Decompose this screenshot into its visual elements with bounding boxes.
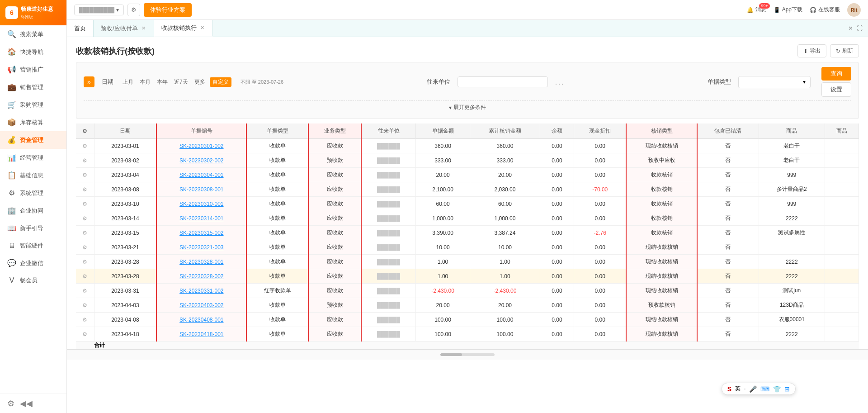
date-opt-7days[interactable]: 近7天 — [172, 77, 190, 87]
industry-solution-button[interactable]: 体验行业方案 — [144, 3, 192, 17]
sidebar-item-enterprise[interactable]: 🏢 企业协同 — [0, 202, 66, 219]
col-header-include-settled[interactable]: 包含已结清 — [697, 123, 759, 139]
date-opt-this-year[interactable]: 本年 — [155, 77, 170, 87]
col-header-writeoff-amount[interactable]: 累计核销金额 — [470, 123, 540, 139]
col-header-writeoff-type[interactable]: 核销类型 — [626, 123, 697, 139]
doc-no-link[interactable]: SK-20230331-002 — [179, 288, 223, 294]
row-doc-no[interactable]: SK-20230403-002 — [156, 298, 246, 313]
sidebar-item-purchase[interactable]: 🛒 采购管理 — [0, 96, 66, 114]
date-opt-this-month[interactable]: 本月 — [138, 77, 152, 87]
sidebar-item-sales[interactable]: 💼 销售管理 — [0, 78, 66, 96]
tab-receivable[interactable]: 预收/应收付单 ✕ — [94, 20, 154, 37]
col-header-unit[interactable]: 往来单位 — [361, 123, 416, 139]
row-date: 2023-03-10 — [94, 197, 156, 211]
grid-icon[interactable]: ⊞ — [784, 385, 790, 393]
row-gear: ⚙ — [76, 240, 94, 255]
filter-settings-button[interactable]: 设置 — [821, 82, 851, 97]
sidebar-item-guide[interactable]: 📖 新手引导 — [0, 219, 66, 237]
doc-no-link[interactable]: SK-20230310-001 — [179, 201, 223, 207]
doc-no-link[interactable]: SK-20230408-001 — [179, 317, 223, 323]
export-button[interactable]: ⬆ 导出 — [797, 44, 826, 57]
doc-no-link[interactable]: SK-20230321-003 — [179, 244, 223, 251]
tab-writeoff[interactable]: 收款核销执行 ✕ — [154, 20, 213, 37]
tab-close-receivable[interactable]: ✕ — [141, 24, 146, 32]
online-service-button[interactable]: 🎧 在线客服 — [810, 6, 840, 14]
row-doc-no[interactable]: SK-20230408-001 — [156, 313, 246, 327]
sidebar-item-marketing[interactable]: 📢 营销推广 — [0, 61, 66, 78]
expand-more-button[interactable]: ▾ 展开更多条件 — [84, 100, 851, 114]
row-doc-no[interactable]: SK-20230314-001 — [156, 211, 246, 226]
col-header-doc-type[interactable]: 单据类型 — [246, 123, 308, 139]
sidebar-item-search[interactable]: 🔍 搜索菜单 — [0, 25, 66, 43]
doc-no-link[interactable]: SK-20230308-001 — [179, 186, 223, 193]
tab-close-writeoff[interactable]: ✕ — [199, 24, 205, 32]
sidebar-item-hardware[interactable]: 🖥 智能硬件 — [0, 237, 66, 254]
col-header-amount[interactable]: 单据金额 — [416, 123, 470, 139]
doc-no-link[interactable]: SK-20230328-002 — [179, 273, 223, 280]
sidebar-item-wechat[interactable]: 💬 企业微信 — [0, 254, 66, 272]
sidebar-item-member[interactable]: V 畅会员 — [0, 272, 66, 289]
row-include-settled: 否 — [697, 284, 759, 298]
sidebar-item-basic-info[interactable]: 📋 基础信息 — [0, 166, 66, 184]
row-doc-no[interactable]: SK-20230321-003 — [156, 240, 246, 255]
mic-icon[interactable]: 🎤 — [749, 385, 757, 393]
refresh-button[interactable]: ↻ 刷新 — [830, 44, 859, 57]
date-opt-last-month[interactable]: 上月 — [121, 77, 135, 87]
collapse-icon[interactable]: ◀◀ — [20, 399, 33, 408]
row-doc-no[interactable]: SK-20230328-001 — [156, 255, 246, 269]
col-header-doc-no[interactable]: 单据编号 — [156, 123, 246, 139]
col-header-gear[interactable]: ⚙ — [76, 123, 94, 139]
notification-button[interactable]: 🔔 消息 99+ — [747, 6, 766, 14]
col-header-biz-type[interactable]: 业务类型 — [308, 123, 361, 139]
row-doc-no[interactable]: SK-20230308-001 — [156, 182, 246, 197]
date-opt-more[interactable]: 更多 — [193, 77, 207, 87]
date-options: 上月 本月 本年 近7天 更多 自定义 — [121, 77, 231, 87]
sidebar-item-system[interactable]: ⚙ 系统管理 — [0, 184, 66, 202]
row-doc-no[interactable]: SK-20230301-002 — [156, 139, 246, 153]
row-doc-no[interactable]: SK-20230331-002 — [156, 284, 246, 298]
sidebar-item-operations[interactable]: 📊 经营管理 — [0, 149, 66, 166]
doc-no-link[interactable]: SK-20230403-002 — [179, 302, 223, 309]
query-button[interactable]: 查询 — [821, 67, 851, 81]
voucher-type-select[interactable]: ▾ — [738, 76, 811, 88]
close-icon[interactable]: ✕ — [848, 25, 853, 32]
row-product: 2222 — [759, 211, 825, 226]
doc-no-link[interactable]: SK-20230315-002 — [179, 230, 223, 236]
sidebar-item-capital[interactable]: 💰 资金管理 — [0, 131, 66, 149]
sidebar-item-inventory[interactable]: 📦 库存核算 — [0, 114, 66, 131]
unit-input[interactable] — [458, 76, 548, 87]
col-header-date[interactable]: 日期 — [94, 123, 156, 139]
shirt-icon[interactable]: 👕 — [773, 385, 781, 393]
user-avatar[interactable]: Rit — [847, 3, 861, 17]
filter-expand-button[interactable]: » — [84, 76, 94, 87]
keyboard-icon[interactable]: ⌨ — [760, 385, 769, 393]
settings-icon[interactable]: ⚙ — [7, 399, 14, 408]
doc-no-link[interactable]: SK-20230302-002 — [179, 157, 223, 164]
doc-no-link[interactable]: SK-20230418-001 — [179, 331, 223, 337]
row-doc-no[interactable]: SK-20230302-002 — [156, 153, 246, 168]
main-area: ██████████ ▾ ⚙ 体验行业方案 🔔 消息 99+ 📱 App下载 🎧… — [67, 0, 868, 413]
row-doc-no[interactable]: SK-20230310-001 — [156, 197, 246, 211]
row-doc-no[interactable]: SK-20230315-002 — [156, 226, 246, 240]
row-doc-no[interactable]: SK-20230418-001 — [156, 327, 246, 342]
tenant-selector[interactable]: ██████████ ▾ — [74, 5, 124, 15]
filter-bar: » 日期 上月 本月 本年 近7天 更多 自定义 不限 至 2023-07-26… — [76, 62, 859, 119]
col-header-cash-discount[interactable]: 现金折扣 — [574, 123, 627, 139]
app-download-button[interactable]: 📱 App下载 — [774, 6, 802, 14]
scroll-indicator[interactable] — [440, 353, 495, 356]
row-doc-no[interactable]: SK-20230304-001 — [156, 168, 246, 182]
col-header-balance[interactable]: 余额 — [540, 123, 574, 139]
doc-no-link[interactable]: SK-20230328-001 — [179, 259, 223, 265]
col-header-product[interactable]: 商品 — [759, 123, 825, 139]
doc-no-link[interactable]: SK-20230304-001 — [179, 172, 223, 178]
col-header-product2[interactable]: 商品 — [825, 123, 859, 139]
tab-home[interactable]: 首页 — [67, 20, 94, 37]
maximize-icon[interactable]: ⛶ — [857, 25, 863, 32]
doc-no-link[interactable]: SK-20230301-002 — [179, 143, 223, 149]
row-doc-no[interactable]: SK-20230328-002 — [156, 269, 246, 284]
settings-button[interactable]: ⚙ — [127, 4, 140, 16]
row-unit: ██████ — [361, 313, 416, 327]
doc-no-link[interactable]: SK-20230314-001 — [179, 215, 223, 222]
date-opt-custom[interactable]: 自定义 — [210, 77, 231, 87]
sidebar-item-quick-nav[interactable]: 🏠 快捷导航 — [0, 43, 66, 61]
